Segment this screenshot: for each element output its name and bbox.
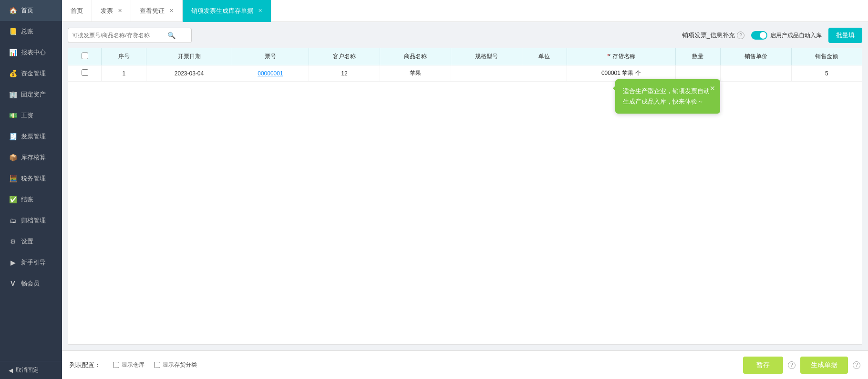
sidebar-item-home[interactable]: 🏠 首页 bbox=[0, 0, 62, 21]
report-icon: 📊 bbox=[9, 49, 17, 56]
sidebar-item-vip-label: 畅会员 bbox=[21, 279, 40, 288]
info-label: 销项发票_信息补充 ? bbox=[682, 31, 744, 40]
cancel-fixed-button[interactable]: ◀ 取消固定 bbox=[0, 361, 62, 379]
row-customer: 12 bbox=[309, 65, 380, 82]
content-area: 🔍 销项发票_信息补充 ? 启用产成品自动入库 批量填 bbox=[62, 22, 868, 350]
cancel-fixed-icon: ◀ bbox=[9, 367, 13, 374]
select-all-checkbox[interactable] bbox=[82, 53, 88, 59]
col-unit: 单位 bbox=[522, 48, 567, 65]
sidebar-item-settings-label: 设置 bbox=[21, 237, 33, 246]
generate-info-icon[interactable]: ? bbox=[853, 361, 860, 369]
data-table-wrapper: 序号 开票日期 票号 客户名称 商品名称 规格型号 单位 ** 存货名称 数量 … bbox=[68, 48, 862, 345]
sidebar-item-inventory-label: 库存核算 bbox=[21, 153, 46, 162]
col-product: 商品名称 bbox=[380, 48, 451, 65]
row-seq: 1 bbox=[102, 65, 146, 82]
col-spec: 规格型号 bbox=[451, 48, 522, 65]
show-category-checkbox-label[interactable]: 显示存货分类 bbox=[154, 361, 197, 369]
sidebar-item-vip[interactable]: V 畅会员 bbox=[0, 273, 62, 294]
sidebar-item-payroll-label: 工资 bbox=[21, 111, 33, 120]
show-warehouse-checkbox[interactable] bbox=[113, 362, 119, 368]
sidebar-item-fund-label: 资金管理 bbox=[21, 69, 46, 78]
sidebar-item-fund[interactable]: 💰 资金管理 bbox=[0, 63, 62, 84]
show-category-checkbox[interactable] bbox=[154, 362, 160, 368]
table-row: 1 2023-03-04 00000001 12 苹果 000001 苹果 个 … bbox=[68, 65, 862, 82]
batch-fill-button[interactable]: 批量填 bbox=[828, 28, 862, 43]
info-icon[interactable]: ? bbox=[737, 32, 744, 39]
sidebar-item-archive-label: 归档管理 bbox=[21, 216, 46, 225]
payroll-icon: 💵 bbox=[9, 112, 17, 119]
vip-icon: V bbox=[9, 280, 17, 287]
asset-icon: 🏢 bbox=[9, 91, 17, 98]
sidebar-item-archive[interactable]: 🗂 归档管理 bbox=[0, 210, 62, 231]
tab-voucher-close[interactable]: ✕ bbox=[169, 8, 174, 14]
save-button[interactable]: 暂存 bbox=[743, 357, 783, 374]
main-content-wrapper: 🔍 销项发票_信息补充 ? 启用产成品自动入库 批量填 bbox=[62, 22, 868, 379]
archive-icon: 🗂 bbox=[9, 217, 17, 224]
sidebar-item-payroll[interactable]: 💵 工资 bbox=[0, 105, 62, 126]
sidebar-item-tax-label: 税务管理 bbox=[21, 174, 46, 183]
col-unit-price: 销售单价 bbox=[720, 48, 791, 65]
tab-voucher[interactable]: 查看凭证 ✕ bbox=[131, 0, 183, 22]
sidebar-item-close-label: 结账 bbox=[21, 195, 33, 204]
sidebar-item-close[interactable]: ✅ 结账 bbox=[0, 189, 62, 210]
tab-bar: 首页 发票 ✕ 查看凭证 ✕ 销项发票生成库存单据 ✕ bbox=[62, 0, 868, 22]
row-date: 2023-03-04 bbox=[146, 65, 232, 82]
search-box[interactable]: 🔍 bbox=[68, 28, 192, 43]
generate-button[interactable]: 生成单据 bbox=[800, 357, 848, 374]
sidebar-item-inventory[interactable]: 📦 库存核算 bbox=[0, 147, 62, 168]
auto-warehouse-toggle[interactable] bbox=[751, 31, 767, 40]
row-checkbox-cell bbox=[68, 65, 102, 82]
tab-voucher-label: 查看凭证 bbox=[140, 7, 165, 15]
cancel-fixed-label: 取消固定 bbox=[16, 366, 39, 374]
fund-icon: 💰 bbox=[9, 70, 17, 77]
home-icon: 🏠 bbox=[9, 7, 17, 14]
col-seq: 序号 bbox=[102, 48, 146, 65]
tab-stock-document[interactable]: 销项发票生成库存单据 ✕ bbox=[183, 0, 271, 22]
ticket-link[interactable]: 00000001 bbox=[258, 70, 283, 77]
tab-invoice-close[interactable]: ✕ bbox=[118, 8, 122, 14]
tab-stock-document-close[interactable]: ✕ bbox=[258, 8, 262, 14]
row-unit bbox=[522, 65, 567, 82]
sidebar-item-settings[interactable]: ⚙ 设置 bbox=[0, 231, 62, 252]
sidebar-item-invoice[interactable]: 🧾 发票管理 bbox=[0, 126, 62, 147]
sidebar-item-invoice-label: 发票管理 bbox=[21, 132, 46, 141]
show-warehouse-label: 显示仓库 bbox=[122, 361, 145, 369]
row-product: 苹果 bbox=[380, 65, 451, 82]
toggle-wrap: 启用产成品自动入库 bbox=[751, 31, 822, 40]
col-customer: 客户名称 bbox=[309, 48, 380, 65]
row-checkbox[interactable] bbox=[82, 69, 88, 76]
table-header-row: 序号 开票日期 票号 客户名称 商品名称 规格型号 单位 ** 存货名称 数量 … bbox=[68, 48, 862, 65]
toggle-label: 启用产成品自动入库 bbox=[770, 32, 822, 40]
inventory-icon: 📦 bbox=[9, 154, 17, 161]
invoice-icon: 🧾 bbox=[9, 133, 17, 140]
sidebar-item-report[interactable]: 📊 报表中心 bbox=[0, 42, 62, 63]
sidebar-item-asset-label: 固定资产 bbox=[21, 90, 46, 99]
tab-home-label: 首页 bbox=[71, 7, 83, 15]
row-amount: 5 bbox=[791, 65, 862, 82]
show-category-label: 显示存货分类 bbox=[163, 361, 197, 369]
close-accounts-icon: ✅ bbox=[9, 196, 17, 203]
show-warehouse-checkbox-label[interactable]: 显示仓库 bbox=[113, 361, 145, 369]
tab-home[interactable]: 首页 bbox=[62, 0, 92, 22]
tooltip-text: 适合生产型企业，销项发票自动生成产成品入库，快来体验～ bbox=[623, 87, 710, 105]
bottom-bar: 列表配置： 显示仓库 显示存货分类 暂存 ? 生成单据 ? bbox=[62, 350, 868, 379]
row-unit-price bbox=[720, 65, 791, 82]
sidebar-item-ledger[interactable]: 📒 总账 bbox=[0, 21, 62, 42]
row-spec bbox=[451, 65, 522, 82]
main-area: 首页 发票 ✕ 查看凭证 ✕ 销项发票生成库存单据 ✕ 🔍 bbox=[62, 0, 868, 379]
sidebar-item-tax[interactable]: 🧮 税务管理 bbox=[0, 168, 62, 189]
sidebar-item-guide[interactable]: ▶ 新手引导 bbox=[0, 252, 62, 273]
row-ticket-no: 00000001 bbox=[232, 65, 309, 82]
tab-invoice[interactable]: 发票 ✕ bbox=[92, 0, 131, 22]
save-info-icon[interactable]: ? bbox=[788, 361, 796, 369]
sidebar-item-home-label: 首页 bbox=[21, 6, 33, 15]
settings-icon: ⚙ bbox=[9, 238, 17, 245]
sidebar: 🏠 首页 📒 总账 📊 报表中心 💰 资金管理 🏢 固定资产 💵 工资 🧾 发票… bbox=[0, 0, 62, 379]
ledger-icon: 📒 bbox=[9, 28, 17, 35]
col-inventory: ** 存货名称 bbox=[567, 48, 675, 65]
sidebar-item-asset[interactable]: 🏢 固定资产 bbox=[0, 84, 62, 105]
tooltip-bubble: ✕ 适合生产型企业，销项发票自动生成产成品入库，快来体验～ bbox=[615, 79, 720, 114]
tab-stock-document-label: 销项发票生成库存单据 bbox=[191, 7, 253, 15]
search-input[interactable] bbox=[72, 32, 167, 39]
tooltip-close-button[interactable]: ✕ bbox=[710, 83, 715, 95]
